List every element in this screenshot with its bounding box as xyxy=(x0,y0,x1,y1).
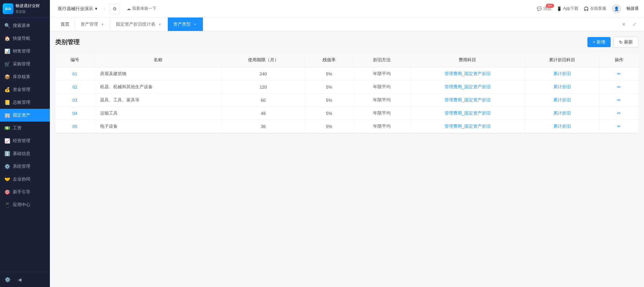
sidebar: AtA 畅捷通好业财 普及版 🔍 搜索菜单 🏠 快捷导航 📊 销售管理 🛒 采购… xyxy=(0,0,50,287)
cell-id-2: 03 xyxy=(55,94,95,107)
settings-icon[interactable]: ⚙️ xyxy=(3,275,12,284)
experience-button[interactable]: ☁ 我要体验一下 xyxy=(124,4,159,13)
edit-icon-4[interactable]: ✏ xyxy=(617,124,621,129)
capital-label: 资金管理 xyxy=(13,87,30,93)
tab-asset-type[interactable]: 资产类型 × xyxy=(168,18,203,31)
sidebar-item-capital[interactable]: 💰 资金管理 xyxy=(0,83,50,96)
sidebar-item-basic-info[interactable]: ℹ️ 基础信息 xyxy=(0,147,50,160)
sidebar-item-operations[interactable]: 📈 经营管理 xyxy=(0,134,50,147)
page-actions: + 新增 ↻ 刷新 xyxy=(587,37,639,47)
avatar-icon: 👤 xyxy=(614,6,619,11)
tab-asset-type-label: 资产类型 xyxy=(173,21,191,27)
col-name: 名称 xyxy=(95,53,222,67)
cell-residual-1: 5% xyxy=(305,81,354,94)
sidebar-item-sales[interactable]: 📊 销售管理 xyxy=(0,45,50,58)
dropdown-icon: ▾ xyxy=(95,6,97,11)
sidebar-item-salary[interactable]: 💵 工资 xyxy=(0,122,50,134)
app-name: 畅捷通好业财 xyxy=(16,3,40,9)
tab-asset-mgmt-close[interactable]: × xyxy=(100,22,105,27)
col-period: 使用期限（月） xyxy=(221,53,305,67)
sidebar-item-guide[interactable]: 🎯 新手引导 xyxy=(0,186,50,198)
col-expense: 费用科目 xyxy=(410,53,525,67)
sidebar-item-app-center[interactable]: 📱 应用中心 xyxy=(0,198,50,211)
app-download-button[interactable]: 📱 App下载 xyxy=(557,6,578,11)
asset-type-table: 编号 名称 使用期限（月） 残值率 折旧方法 费用科目 累计折旧科目 操作 01… xyxy=(55,53,639,133)
customer-service-label: 在线客服 xyxy=(590,6,606,11)
cell-name-0: 房屋及建筑物 xyxy=(95,67,222,81)
sales-icon: 📊 xyxy=(4,48,10,54)
ledger-icon: 📒 xyxy=(4,99,10,105)
app-download-label: App下载 xyxy=(563,6,578,11)
page-title: 类别管理 xyxy=(55,38,80,46)
messages-button[interactable]: 💬 消息 99+ xyxy=(537,6,551,11)
tab-asset-type-close[interactable]: × xyxy=(193,22,197,27)
tab-home[interactable]: 首页 xyxy=(55,18,75,31)
customer-service-icon: 🎧 xyxy=(584,6,589,11)
sidebar-item-inventory[interactable]: 📦 库存核算 xyxy=(0,70,50,83)
cell-expense-3: 管理费用_固定资产折旧 xyxy=(410,107,525,120)
cell-accumulated-4: 累计折旧 xyxy=(525,120,599,133)
sidebar-item-ledger[interactable]: 📒 总账管理 xyxy=(0,96,50,109)
cell-period-4: 36 xyxy=(221,120,305,133)
guide-icon: 🎯 xyxy=(4,189,10,195)
table-row: 04 运输工具 48 5% 年限平均 管理费用_固定资产折旧 累计折旧 ✏ xyxy=(55,107,639,120)
cell-name-2: 器具、工具、家具等 xyxy=(95,94,222,107)
username[interactable]: 畅捷通 xyxy=(626,6,639,11)
sidebar-item-enterprise[interactable]: 🤝 企业协同 xyxy=(0,173,50,186)
company-selector[interactable]: 医疗器械行业演示 ▾ xyxy=(55,4,100,13)
edit-icon-3[interactable]: ✏ xyxy=(617,110,621,116)
collapse-icon[interactable]: ◀ xyxy=(15,275,24,284)
cell-op-2: ✏ xyxy=(599,94,639,107)
cell-expense-1: 管理费用_固定资产折旧 xyxy=(410,81,525,94)
purchase-label: 采购管理 xyxy=(13,61,30,67)
table-row: 03 器具、工具、家具等 60 5% 年限平均 管理费用_固定资产折旧 累计折旧… xyxy=(55,94,639,107)
cell-accumulated-1: 累计折旧 xyxy=(525,81,599,94)
cell-method-4: 年限平均 xyxy=(353,120,410,133)
app-center-icon: 📱 xyxy=(4,202,10,208)
tab-asset-mgmt-label: 资产管理 xyxy=(81,21,98,27)
search-label: 搜索菜单 xyxy=(13,23,30,29)
salary-label: 工资 xyxy=(13,125,22,131)
app-center-label: 应用中心 xyxy=(13,202,30,208)
company-settings-button[interactable]: ⚙ xyxy=(109,3,120,14)
messages-badge: 99+ xyxy=(546,4,554,8)
edit-icon-2[interactable]: ✏ xyxy=(617,97,621,103)
new-button[interactable]: + 新增 xyxy=(587,37,611,47)
quick-nav-label: 快捷导航 xyxy=(13,35,30,41)
edit-icon-1[interactable]: ✏ xyxy=(617,84,621,90)
system-label: 系统管理 xyxy=(13,163,30,169)
cell-expense-4: 管理费用_固定资产折旧 xyxy=(410,120,525,133)
operations-icon: 📈 xyxy=(4,138,10,144)
tab-depreciation-table[interactable]: 固定资产折旧统计表 × xyxy=(111,18,168,31)
cell-name-1: 机器、机械和其他生产设备 xyxy=(95,81,222,94)
fixed-assets-icon: 🏢 xyxy=(4,112,10,118)
col-operations: 操作 xyxy=(599,53,639,67)
edit-icon-0[interactable]: ✏ xyxy=(617,71,621,76)
sidebar-item-search[interactable]: 🔍 搜索菜单 xyxy=(0,19,50,32)
customer-service-button[interactable]: 🎧 在线客服 xyxy=(584,6,606,11)
refresh-button[interactable]: ↻ 刷新 xyxy=(613,37,639,47)
sidebar-item-system[interactable]: ⚙️ 系统管理 xyxy=(0,160,50,173)
table-header-row: 编号 名称 使用期限（月） 残值率 折旧方法 费用科目 累计折旧科目 操作 xyxy=(55,53,639,67)
sidebar-item-purchase[interactable]: 🛒 采购管理 xyxy=(0,58,50,70)
sidebar-item-fixed-assets[interactable]: 🏢 固定资产 xyxy=(0,109,50,122)
tab-asset-mgmt[interactable]: 资产管理 × xyxy=(75,18,111,31)
cell-method-1: 年限平均 xyxy=(353,81,410,94)
avatar[interactable]: 👤 xyxy=(612,4,621,13)
inventory-icon: 📦 xyxy=(4,74,10,80)
window-close-button[interactable]: ✕ xyxy=(620,20,628,28)
window-maximize-button[interactable]: ⤢ xyxy=(631,20,639,28)
table-row: 02 机器、机械和其他生产设备 120 5% 年限平均 管理费用_固定资产折旧 … xyxy=(55,81,639,94)
capital-icon: 💰 xyxy=(4,87,10,93)
cell-residual-0: 5% xyxy=(305,67,354,81)
basic-info-icon: ℹ️ xyxy=(4,151,10,157)
sales-label: 销售管理 xyxy=(13,48,30,54)
fixed-assets-label: 固定资产 xyxy=(13,112,30,118)
logo-text: AtA xyxy=(5,7,11,11)
col-id: 编号 xyxy=(55,53,95,67)
enterprise-label: 企业协同 xyxy=(13,176,30,182)
tab-depreciation-table-close[interactable]: × xyxy=(157,22,162,27)
refresh-icon: ↻ xyxy=(619,40,623,45)
sidebar-item-quick-nav[interactable]: 🏠 快捷导航 xyxy=(0,32,50,45)
cell-period-3: 48 xyxy=(221,107,305,120)
